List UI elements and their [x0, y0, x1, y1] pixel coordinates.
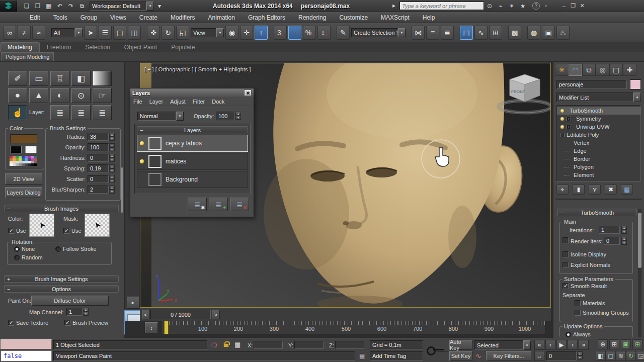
snaps-toggle-icon[interactable]: 3∩ [274, 26, 287, 40]
clone-stamp-tool[interactable]: ♖ [50, 71, 69, 86]
collapse-icon[interactable]: − [140, 127, 143, 134]
favorites-star-icon[interactable]: ★ [518, 2, 528, 11]
collapse-icon[interactable]: − [7, 286, 10, 293]
selection-lock-icon[interactable] [223, 343, 229, 347]
viewport-layout-icon[interactable]: ◧ [596, 351, 606, 361]
modifier-stack-item[interactable]: TurboSmooth [557, 107, 640, 115]
modifier-stack-item[interactable]: Edge [557, 147, 640, 155]
select-and-manipulate-icon[interactable]: ✛ [240, 26, 253, 40]
layers-dialog-titlebar[interactable]: Layers ✕ [130, 88, 254, 97]
spinner[interactable]: ▲▼ [109, 133, 115, 141]
menu-item[interactable]: MAXScript [374, 14, 416, 21]
layer-visibility-bulb-icon[interactable] [139, 141, 144, 146]
set-key-button[interactable]: Set Key [449, 351, 472, 361]
setting-value-field[interactable]: 0,19 [88, 164, 109, 172]
layers-dialog[interactable]: Layers ✕ FileLayerAdjustFilterDock Norma… [130, 88, 254, 217]
modifier-stack-item[interactable]: + Symmetry [557, 115, 640, 123]
mask-use-checkbox[interactable]: Use [63, 228, 82, 234]
absolute-offset-toggle-icon[interactable]: ▦ [234, 341, 240, 348]
contrast-tool[interactable]: ◐ [50, 88, 69, 103]
spinner[interactable]: ▲▼ [109, 164, 115, 172]
menu-item[interactable]: Create [133, 14, 164, 21]
rotation-follow-stroke-radio[interactable]: Follow Stroke [55, 246, 97, 252]
expand-toggle-icon[interactable]: − [560, 133, 565, 137]
keyboard-shortcut-override-icon[interactable]: ↑ [255, 26, 268, 40]
tab-display[interactable]: ▢ [609, 64, 623, 76]
always-radio[interactable]: Always [566, 331, 591, 337]
layer-visibility-bulb-icon[interactable] [139, 159, 144, 164]
expand-toggle-icon[interactable]: + [567, 117, 571, 121]
flyout-arrow-icon[interactable]: ▾ [154, 2, 165, 11]
spinner-snap-icon[interactable]: ↕∩ [317, 26, 331, 40]
frame-display[interactable]: 0 / 1000 [150, 310, 211, 319]
zoom-extents-all-icon[interactable]: ⊞ [632, 339, 642, 349]
expand-toggle-icon[interactable]: + [567, 125, 571, 129]
expand-icon[interactable]: + [7, 276, 10, 283]
close-icon[interactable]: ✕ [244, 89, 252, 96]
help-flyout-icon[interactable]: ▾ [541, 2, 551, 11]
iterations-field[interactable]: 1 [599, 226, 620, 234]
layer-save-tool[interactable]: ≣ [93, 105, 112, 120]
ribbon-tab[interactable]: Modeling [0, 42, 40, 52]
y-field[interactable] [294, 341, 324, 349]
window-crossing-icon[interactable]: ◫ [128, 26, 141, 40]
rotation-random-radio[interactable]: Random [14, 254, 43, 260]
rotation-none-radio[interactable]: None [14, 246, 35, 252]
add-layer-button[interactable]: ≣+ [209, 198, 228, 211]
ribbon-tab[interactable]: Object Paint [117, 43, 164, 52]
use-pivot-center-icon[interactable]: ◉ [225, 26, 238, 40]
menu-item[interactable]: Views [104, 14, 133, 21]
select-by-name-icon[interactable]: ☰ [99, 26, 112, 40]
maximize-viewport-icon[interactable]: ◲ [636, 351, 644, 361]
rollout-scrollbar-thumb[interactable] [638, 213, 641, 268]
key-filters-button[interactable]: Key Filters... [486, 351, 531, 361]
color-use-checkbox[interactable]: Use [8, 228, 26, 234]
make-unique-icon[interactable]: ⋎ [589, 185, 601, 195]
viewport-label[interactable]: [ + ] [ Orthographic ] [ Smooth + Highli… [144, 66, 251, 72]
map-channel-spinner[interactable]: ▲▼ [83, 308, 89, 316]
project-toggle-icon[interactable]: ⧉ [77, 2, 87, 11]
duplicate-layer-button[interactable]: ≣✱ [188, 198, 207, 211]
time-tag-icon[interactable]: ▤ [359, 352, 365, 359]
listener-macro-box[interactable] [1, 339, 52, 349]
setting-value-field[interactable]: 0 [88, 175, 109, 183]
modifier-bulb-icon[interactable] [560, 125, 565, 129]
close-button[interactable]: ✕ [578, 2, 587, 10]
show-end-result-icon[interactable]: ▮ [573, 185, 585, 195]
object-color-swatch[interactable] [630, 79, 641, 89]
brush-preview-checkbox[interactable]: Brush Preview [64, 320, 108, 326]
search-communities-icon[interactable]: ⊙ [485, 2, 495, 11]
region-zoom-icon[interactable]: ▢ [606, 351, 616, 361]
schematic-view-icon[interactable]: ⊞ [489, 26, 502, 40]
play-button[interactable]: ▶ [556, 340, 567, 350]
modifier-stack-item[interactable]: Vertex [557, 139, 640, 147]
dialog-menu-item[interactable]: Dock [212, 99, 224, 105]
tab-utilities[interactable]: ✚ [623, 64, 636, 76]
timeline-mode-toggle[interactable]: ↕ [145, 322, 158, 333]
brush-mask-image[interactable]: ➤ [85, 214, 110, 237]
menu-item[interactable]: Animation [202, 14, 242, 21]
time-slider[interactable] [164, 321, 169, 334]
hand-paint-tool[interactable]: ☝ [8, 105, 27, 120]
chevron-down-icon[interactable]: ▼ [146, 2, 154, 11]
redo-icon[interactable]: ↷ [66, 2, 76, 11]
setting-value-field[interactable]: 100 [88, 143, 109, 151]
object-name-field[interactable]: personaje [556, 80, 627, 89]
dialog-menu-item[interactable]: Adjust [170, 99, 186, 105]
modifier-stack-item[interactable]: − Editable Poly [557, 131, 640, 139]
ribbon-tab[interactable]: Freeform [40, 43, 78, 52]
isoline-display-checkbox[interactable]: Isoline Display [562, 251, 606, 257]
go-to-end-button[interactable]: » [579, 340, 589, 350]
configure-modifier-sets-icon[interactable]: ▦ [621, 185, 633, 195]
pin-stack-icon[interactable]: ⌖ [556, 185, 569, 195]
default-in-out-tangent-icon[interactable]: ∿ [475, 352, 481, 360]
modifier-bulb-icon[interactable] [560, 109, 565, 113]
foreground-color-swatch[interactable] [10, 134, 37, 143]
color-palette[interactable] [10, 156, 37, 166]
align-icon[interactable]: ≡ [426, 26, 439, 40]
setting-value-field[interactable]: 38 [88, 133, 109, 141]
search-input[interactable] [399, 2, 484, 10]
help-icon[interactable]: ? [532, 2, 540, 10]
spinner[interactable]: ▲▼ [109, 186, 115, 194]
zoom-all-icon[interactable]: ⊞ [609, 339, 619, 349]
